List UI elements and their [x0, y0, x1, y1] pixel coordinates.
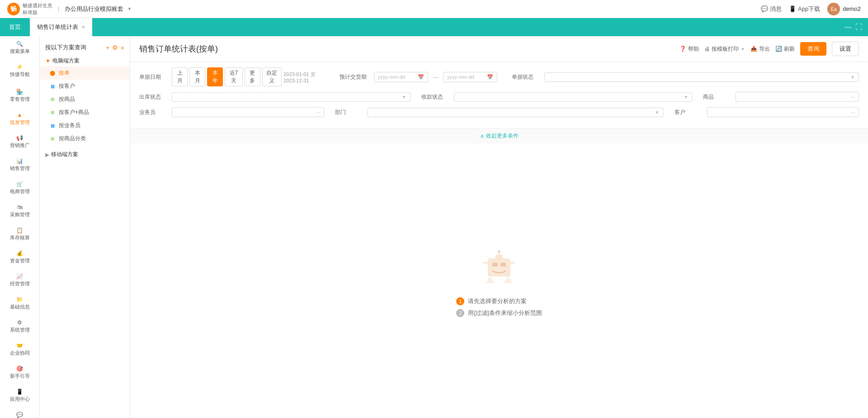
panel-settings-icon[interactable]: ⚙	[112, 44, 118, 51]
avatar: Ea	[827, 3, 840, 15]
empty-illustration	[476, 245, 522, 290]
delivery-date-start[interactable]: yyyy-mm-dd 📅	[374, 72, 428, 82]
download-icon: 📱	[789, 5, 796, 12]
sidebar-item-operations[interactable]: 📈 经营管理	[0, 269, 39, 292]
tab-maximize-icon[interactable]: ⛶	[855, 23, 863, 31]
goods-input[interactable]: ···	[736, 92, 859, 102]
right-panel: 销售订单统计表(按单) ❓ 帮助 🖨 按模板打印 ▼ 📤	[130, 36, 868, 418]
wholesale-icon: ▲	[17, 112, 23, 118]
payment-status-label: 收款状态	[421, 93, 447, 101]
date-btn-more[interactable]: 更多	[245, 67, 260, 86]
sidebar-item-basic[interactable]: 📁 基础信息	[0, 292, 39, 315]
customer-more-icon[interactable]: ···	[851, 109, 855, 115]
salesperson-input[interactable]: ···	[172, 107, 324, 117]
department-dropdown-icon: ▼	[655, 110, 660, 115]
export-button[interactable]: 📤 导出	[750, 45, 770, 53]
delivery-status-select[interactable]: ▼	[172, 92, 410, 102]
sidebar-item-quick-nav[interactable]: ⚡ 快捷导航	[0, 59, 39, 82]
sidebar-item-ecommerce[interactable]: 🛒 电商管理	[0, 176, 39, 200]
svg-rect-6	[483, 262, 488, 264]
basic-icon: 📁	[16, 296, 23, 303]
finance-icon: 💰	[16, 250, 23, 256]
delivery-status-dropdown-icon: ▼	[402, 95, 406, 100]
order-status-select[interactable]: ▼	[544, 72, 859, 82]
refresh-button[interactable]: 🔄 刷新	[775, 45, 795, 53]
date-btn-this-month[interactable]: 本月	[189, 67, 205, 86]
empty-tip-2: 2 用[过滤]条件来缩小分析范围	[456, 309, 542, 317]
sidebar-item-system[interactable]: ⚙ 系统管理	[0, 315, 39, 338]
help-button[interactable]: ❓ 帮助	[679, 45, 699, 53]
sidebar-item-wholesale[interactable]: ▲ 批发管理	[0, 107, 39, 130]
sidebar-item-finance[interactable]: 💰 资金管理	[0, 246, 39, 269]
order-status-label: 单据状态	[512, 73, 537, 81]
date-btn-this-year[interactable]: 本年	[207, 67, 223, 86]
sidebar-item-enterprise[interactable]: 🤝 企业协同	[0, 338, 39, 361]
sidebar-item-apps[interactable]: 📱 应用中心	[0, 384, 39, 407]
scheme-item-by-staff[interactable]: ▦ 按业务员	[40, 119, 130, 132]
search-button[interactable]: 查询	[800, 42, 826, 56]
scheme-item-by-category[interactable]: ⊞ 按商品分类	[40, 132, 130, 145]
date-btn-custom[interactable]: 自定义	[262, 67, 282, 86]
tab-close-icon[interactable]: ×	[82, 24, 85, 30]
user-name: demo2	[843, 5, 861, 12]
salesperson-more-icon[interactable]: ···	[316, 109, 320, 115]
settings-button[interactable]: 设置	[832, 42, 859, 56]
tabbar: 首页 销售订单统计表 × — ⛶	[0, 18, 868, 36]
app-title-dropdown-icon[interactable]: ▼	[127, 6, 132, 11]
topbar-left: 畅 畅捷通好生意 标准版 | 办公用品行业模拟账套 ▼	[7, 2, 132, 15]
page-title-row: 销售订单统计表(按单) ❓ 帮助 🖨 按模板打印 ▼ 📤	[139, 42, 859, 56]
tabbar-spacer	[92, 18, 839, 36]
goods-more-icon[interactable]: ···	[851, 94, 855, 100]
message-button[interactable]: 💬 消息	[761, 5, 782, 13]
sidebar-item-newbie[interactable]: 🎯 新手引导	[0, 361, 39, 384]
tab-sales-order-stats[interactable]: 销售订单统计表 ×	[30, 18, 92, 36]
sidebar-item-wechat[interactable]: 💬 企业微信	[0, 407, 39, 418]
scheme-item-by-order[interactable]: ⬤ 按单	[40, 66, 130, 80]
tip-num-2: 2	[456, 309, 464, 317]
svg-rect-0	[488, 258, 510, 276]
sidebar-item-marketing[interactable]: 📢 营销推广	[0, 130, 39, 153]
sidebar-item-purchase[interactable]: 🛍 采购管理	[0, 200, 39, 223]
marketing-icon: 📢	[16, 135, 23, 141]
filter-row-date: 单据日期 上月 本月 本年 近7天 更多 自定义 2023-01-01 至 20…	[139, 67, 859, 86]
goods-label: 商品	[703, 93, 728, 101]
date-btn-7days[interactable]: 近7天	[225, 67, 243, 86]
message-icon: 💬	[761, 5, 768, 12]
department-select[interactable]: ▼	[368, 108, 664, 117]
page-title: 销售订单统计表(按单)	[139, 43, 218, 54]
date-btn-last-month[interactable]: 上月	[172, 67, 188, 86]
scheme-circle-icon: ⬤	[49, 70, 56, 77]
content-area: 按以下方案查询 + ⚙ « ▼ 电脑端方案 ⬤ 按单	[40, 36, 868, 418]
scheme-grid-icon: ⊞	[49, 96, 56, 103]
customer-input[interactable]: ···	[707, 107, 859, 117]
panel-header: 按以下方案查询 + ⚙ «	[40, 42, 130, 55]
print-button[interactable]: 🖨 按模板打印 ▼	[704, 45, 745, 53]
tab-minimize-icon[interactable]: —	[844, 23, 852, 31]
sidebar-item-retail[interactable]: 🏪 零售管理	[0, 84, 39, 107]
app-download-button[interactable]: 📱 App下载	[789, 5, 820, 13]
user-area[interactable]: Ea demo2	[827, 3, 861, 15]
print-dropdown-icon[interactable]: ▼	[741, 47, 745, 52]
date-separator: —	[431, 74, 440, 81]
tab-home[interactable]: 首页	[0, 18, 30, 36]
payment-status-select[interactable]: ▼	[454, 92, 693, 102]
inventory-icon: 📋	[16, 227, 23, 233]
filter-area: 单据日期 上月 本月 本年 近7天 更多 自定义 2023-01-01 至 20…	[130, 62, 868, 128]
quick-nav-icon: ⚡	[16, 64, 23, 70]
scheme-item-by-customer[interactable]: ▦ 按客户	[40, 80, 130, 93]
scheme-item-by-customer-product[interactable]: ⊞ 按客户+商品	[40, 106, 130, 119]
panel-collapse-icon[interactable]: «	[121, 44, 124, 51]
date-range-text: 2023-01-01 至 2023-12-31	[283, 71, 325, 83]
empty-tip-1: 1 请先选择要分析的方案	[456, 297, 542, 305]
scheme-item-by-product[interactable]: ⊞ 按商品	[40, 93, 130, 106]
delivery-date-end[interactable]: yyyy-mm-dd 📅	[443, 72, 497, 82]
sidebar-item-inventory[interactable]: 📋 库存核算	[0, 223, 39, 246]
topbar-right: 💬 消息 📱 App下载 Ea demo2	[761, 3, 861, 15]
panel-add-icon[interactable]: +	[106, 44, 109, 51]
logo-icon: 畅	[7, 3, 20, 15]
pc-section: ▼ 电脑端方案 ⬤ 按单 ▦ 按客户 ⊞ 按商品 ⊞ 按客	[40, 55, 130, 145]
svg-rect-7	[510, 262, 515, 264]
sidebar-item-search[interactable]: 🔍 搜索菜单	[0, 36, 39, 59]
sidebar-item-sales[interactable]: 📊 销售管理	[0, 153, 39, 176]
collapse-button[interactable]: ∧ 收起更多条件	[480, 132, 519, 140]
